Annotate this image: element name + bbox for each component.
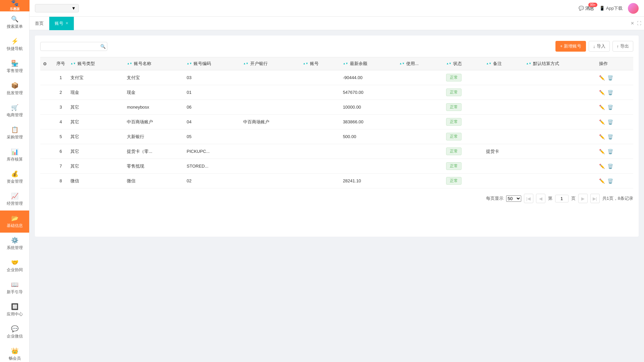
edit-icon[interactable]: ✏️ [599,164,605,169]
import-button[interactable]: ↓ 导入 [589,41,610,52]
sidebar: 🐾 乐惠版 🔍 搜索菜单 ⚡ 快捷导航 🏪 零售管理 📦 批发管理 🛒 电商管理… [0,0,30,362]
delete-icon[interactable]: 🗑️ [607,105,613,110]
sidebar-item-operations-mgmt[interactable]: 📈 经营管理 [0,188,29,210]
sidebar-item-ecommerce-mgmt[interactable]: 🛒 电商管理 [0,100,29,122]
export-icon: ↑ [617,44,619,49]
col-header-remark[interactable]: ▲▼ 备注 [483,57,523,70]
col-header-bank[interactable]: ▲▼ 开户银行 [240,57,300,70]
page-last-button[interactable]: ▶| [590,194,600,203]
purchase-mgmt-icon: 📋 [11,126,18,133]
topbar-left: ▼ [35,4,79,12]
per-page-select[interactable]: 50 100 200 [506,195,521,202]
sidebar-item-search-menu[interactable]: 🔍 搜索菜单 [0,11,29,34]
page-input[interactable] [555,195,569,202]
quick-nav-icon: ⚡ [11,38,18,45]
delete-icon[interactable]: 🗑️ [607,119,613,125]
app-download-label: App下载 [606,5,623,11]
sidebar-item-finance-mgmt[interactable]: 💰 资金管理 [0,166,29,188]
per-page-label: 每页显示 [486,195,503,201]
sidebar-item-system-mgmt[interactable]: ⚙️ 系统管理 [0,233,29,255]
account-search-box[interactable]: 🔍 [40,42,107,51]
page-suffix: 页 [571,195,576,201]
edit-icon[interactable]: ✏️ [599,134,605,139]
sidebar-item-quick-nav[interactable]: ⚡ 快捷导航 [0,34,29,56]
cell-bank [240,174,300,188]
sidebar-item-app-center[interactable]: 🔲 应用中心 [0,299,29,321]
col-header-settings[interactable]: ⚙ [40,57,54,70]
tab-minimize-icon[interactable]: ✕ [631,21,634,26]
sidebar-item-enterprise-agreement[interactable]: 🤝 企业协同 [0,255,29,277]
app-download-button[interactable]: 📱 App下载 [599,5,623,11]
cell-bank [240,85,300,100]
cell-action: ✏️ 🗑️ [596,100,633,115]
topbar-search-box[interactable]: ▼ [35,4,79,12]
sidebar-item-enterprise-wechat[interactable]: 💬 企业微信 [0,321,29,343]
tabbar: 首页 账号 ✕ ✕ ⛶ [30,17,644,30]
topbar-search-input[interactable] [38,6,71,11]
pagination: 每页显示 50 100 200 |◀ ◀ 第 页 ▶ ▶| 共1页，8条记录 [40,188,633,203]
app-logo: 🐾 乐惠版 [0,0,30,11]
col-header-name[interactable]: ▲▼ 账号名称 [124,57,184,70]
edit-icon[interactable]: ✏️ [599,149,605,154]
col-header-usage[interactable]: ▲▼ 使用... [397,57,444,70]
cell-code: 02 [184,174,240,188]
cell-action: ✏️ 🗑️ [596,115,633,129]
edit-icon[interactable]: ✏️ [599,178,605,184]
user-avatar[interactable] [628,3,639,14]
edit-icon[interactable]: ✏️ [599,90,605,95]
sidebar-item-beginner-guide[interactable]: 📖 新手引导 [0,277,29,299]
page-next-button[interactable]: ▶ [578,194,588,203]
notification-button[interactable]: 💬 消息 99+ [579,5,594,11]
delete-icon[interactable]: 🗑️ [607,178,613,184]
sidebar-item-label: 搜索菜单 [7,24,23,29]
edit-icon[interactable]: ✏️ [599,75,605,80]
sidebar-item-purchase-mgmt[interactable]: 📋 采购管理 [0,122,29,144]
tab-home[interactable]: 首页 [30,17,49,30]
cell-balance [340,159,396,174]
sidebar-item-wholesale-mgmt[interactable]: 📦 批发管理 [0,78,29,100]
delete-icon[interactable]: 🗑️ [607,75,613,80]
cell-name: 零售抵现 [124,159,184,174]
page-prev-button[interactable]: ◀ [536,194,545,203]
notification-count-badge: 99+ [588,3,597,7]
account-search-icon[interactable]: 🔍 [100,44,106,49]
col-header-default-settle[interactable]: ▲▼ 默认结算方式 [523,57,596,70]
sidebar-item-inventory[interactable]: 📊 库存核算 [0,144,29,166]
account-search-input[interactable] [44,44,100,49]
col-header-code[interactable]: ▲▼ 账号编码 [184,57,240,70]
cell-code: 05 [184,129,240,144]
page-first-button[interactable]: |◀ [524,194,533,203]
delete-icon[interactable]: 🗑️ [607,134,613,139]
new-account-button[interactable]: + 新增账号 [555,41,586,52]
delete-icon[interactable]: 🗑️ [607,164,613,169]
sidebar-item-member[interactable]: 👑 畅会员 [0,343,29,362]
cell-settings [40,129,54,144]
cell-name: 提货卡（零... [124,144,184,159]
cell-status: 正常 [443,70,483,85]
cell-status: 正常 [443,115,483,129]
col-header-balance[interactable]: ▲▼ 最新余额 [340,57,396,70]
sidebar-item-label: 企业微信 [7,334,23,339]
cell-code: STORED... [184,159,240,174]
edit-icon[interactable]: ✏️ [599,105,605,110]
cell-balance: 547670.00 [340,85,396,100]
tab-account[interactable]: 账号 ✕ [49,17,74,30]
tab-account-close[interactable]: ✕ [65,21,68,25]
page-content: 🔍 + 新增账号 ↓ 导入 ↑ 导出 [30,30,644,362]
sidebar-item-retail-mgmt[interactable]: 🏪 零售管理 [0,56,29,78]
export-button[interactable]: ↑ 导出 [612,41,634,52]
delete-icon[interactable]: 🗑️ [607,90,613,95]
sidebar-item-basic-info[interactable]: 📂 基础信息 [0,210,29,233]
status-badge: 正常 [446,118,462,126]
col-header-account[interactable]: ▲▼ 账号 [300,57,340,70]
cell-default-settle [523,159,596,174]
edit-icon[interactable]: ✏️ [599,119,605,125]
cell-no: 1 [54,70,68,85]
col-header-status[interactable]: ▲▼ 状态 [443,57,483,70]
delete-icon[interactable]: 🗑️ [607,149,613,154]
col-header-type[interactable]: ▲▼ 账号类型 [68,57,124,70]
sidebar-item-label: 企业协同 [7,267,23,273]
import-icon: ↓ [593,44,595,49]
cell-bank [240,159,300,174]
tab-expand-icon[interactable]: ⛶ [637,21,641,26]
